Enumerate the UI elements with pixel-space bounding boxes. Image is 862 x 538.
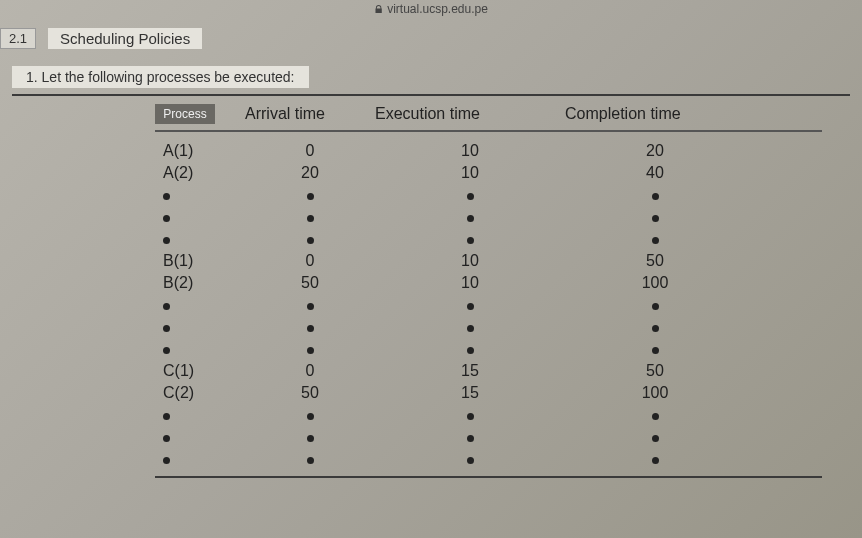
cell-completion: 20	[565, 142, 745, 160]
table-row: B(1)01050	[155, 250, 822, 272]
cell-dots	[155, 208, 245, 226]
table-row	[155, 404, 822, 426]
cell-process: B(2)	[155, 274, 245, 292]
table-row: C(2)5015100	[155, 382, 822, 404]
table-row: B(2)5010100	[155, 272, 822, 294]
cell-arrival: 0	[245, 252, 375, 270]
col-header-arrival: Arrival time	[245, 105, 375, 123]
cell-execution: 15	[375, 362, 565, 380]
cell-arrival: 50	[245, 384, 375, 402]
cell-dots	[155, 406, 245, 424]
section-header: 2.1 Scheduling Policies	[0, 28, 202, 49]
table-row	[155, 426, 822, 448]
table-row: A(1)01020	[155, 140, 822, 162]
cell-execution: 10	[375, 274, 565, 292]
table-header-row: Process Arrival time Execution time Comp…	[155, 104, 822, 132]
section-number: 2.1	[0, 28, 36, 49]
cell-dots	[245, 230, 375, 248]
cell-dots	[565, 340, 745, 358]
cell-dots	[375, 340, 565, 358]
section-title: Scheduling Policies	[48, 28, 202, 49]
table-row	[155, 228, 822, 250]
cell-arrival: 0	[245, 362, 375, 380]
cell-execution: 10	[375, 252, 565, 270]
cell-dots	[375, 450, 565, 468]
cell-dots	[565, 230, 745, 248]
cell-dots	[565, 428, 745, 446]
cell-dots	[155, 230, 245, 248]
cell-dots	[245, 406, 375, 424]
cell-dots	[155, 186, 245, 204]
cell-dots	[375, 230, 565, 248]
table-row	[155, 184, 822, 206]
table-row	[155, 448, 822, 470]
cell-execution: 10	[375, 142, 565, 160]
cell-dots	[565, 406, 745, 424]
cell-dots	[155, 450, 245, 468]
cell-dots	[565, 208, 745, 226]
col-header-completion: Completion time	[565, 105, 745, 123]
cell-dots	[375, 318, 565, 336]
table-body: A(1)01020A(2)201040B(1)01050B(2)5010100C…	[155, 140, 822, 470]
cell-dots	[245, 340, 375, 358]
cell-completion: 50	[565, 252, 745, 270]
cell-dots	[565, 296, 745, 314]
cell-dots	[245, 318, 375, 336]
cell-arrival: 50	[245, 274, 375, 292]
table-row	[155, 294, 822, 316]
url-text: virtual.ucsp.edu.pe	[387, 2, 488, 16]
cell-process: C(2)	[155, 384, 245, 402]
cell-dots	[155, 296, 245, 314]
cell-dots	[245, 296, 375, 314]
cell-completion: 40	[565, 164, 745, 182]
table-row	[155, 316, 822, 338]
url-bar: virtual.ucsp.edu.pe	[374, 0, 488, 18]
cell-dots	[565, 186, 745, 204]
cell-dots	[245, 208, 375, 226]
cell-dots	[245, 186, 375, 204]
cell-arrival: 20	[245, 164, 375, 182]
cell-dots	[375, 428, 565, 446]
rule-bottom	[155, 476, 822, 478]
cell-process: A(2)	[155, 164, 245, 182]
table-row: A(2)201040	[155, 162, 822, 184]
col-header-execution: Execution time	[375, 105, 565, 123]
process-table: Process Arrival time Execution time Comp…	[155, 104, 822, 478]
table-row: C(1)01550	[155, 360, 822, 382]
cell-dots	[245, 428, 375, 446]
cell-completion: 100	[565, 274, 745, 292]
question-text: 1. Let the following processes be execut…	[12, 66, 309, 88]
cell-dots	[245, 450, 375, 468]
cell-execution: 10	[375, 164, 565, 182]
rule-top	[12, 94, 850, 96]
process-badge: Process	[155, 104, 215, 124]
cell-process: C(1)	[155, 362, 245, 380]
cell-dots	[375, 186, 565, 204]
cell-dots	[155, 318, 245, 336]
cell-dots	[155, 428, 245, 446]
lock-icon	[374, 5, 383, 14]
cell-arrival: 0	[245, 142, 375, 160]
cell-dots	[375, 406, 565, 424]
cell-dots	[155, 340, 245, 358]
cell-completion: 50	[565, 362, 745, 380]
table-row	[155, 206, 822, 228]
cell-execution: 15	[375, 384, 565, 402]
cell-dots	[375, 208, 565, 226]
cell-process: B(1)	[155, 252, 245, 270]
cell-dots	[565, 318, 745, 336]
table-row	[155, 338, 822, 360]
cell-dots	[375, 296, 565, 314]
cell-process: A(1)	[155, 142, 245, 160]
cell-dots	[565, 450, 745, 468]
cell-completion: 100	[565, 384, 745, 402]
